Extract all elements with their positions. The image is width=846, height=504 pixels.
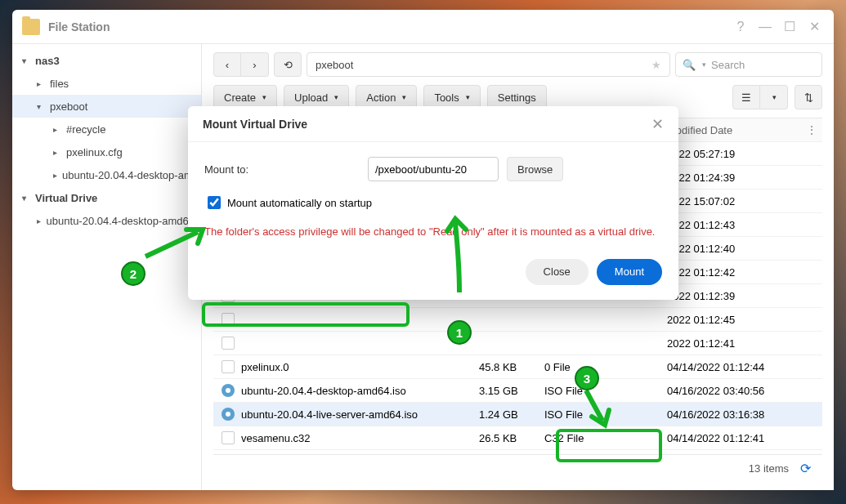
file-icon	[222, 360, 235, 373]
dialog-close-button[interactable]: Close	[526, 259, 589, 285]
tree-item[interactable]: ▾nas3	[12, 49, 201, 72]
help-icon[interactable]: ?	[731, 17, 750, 37]
file-name: ubuntu-20.04.4-desktop-amd64.iso	[241, 385, 406, 397]
view-dropdown-icon[interactable]: ▾	[760, 85, 788, 109]
file-date: 04/14/2022 01:12:41	[667, 432, 822, 444]
file-icon	[222, 313, 235, 326]
annotation-arrow-1	[419, 215, 476, 313]
file-date: 04/14/2022 01:12:44	[667, 361, 822, 373]
window-title: File Station	[48, 20, 110, 33]
dialog-close-icon[interactable]: ✕	[651, 115, 664, 133]
annotation-arrow-3	[570, 384, 619, 433]
maximize-icon[interactable]: ☐	[780, 17, 799, 37]
table-row[interactable]: ubuntu-20.04.4-desktop-amd64.iso3.15 GBI…	[213, 379, 822, 403]
expand-icon[interactable]: ▸	[37, 216, 42, 225]
mount-to-input[interactable]	[368, 157, 499, 181]
browse-button[interactable]: Browse	[507, 157, 563, 181]
file-date: 04/16/2022 03:16:38	[667, 408, 822, 421]
file-date: 2022 01:12:43	[667, 219, 822, 231]
favorite-star-icon[interactable]: ★	[651, 59, 661, 71]
search-input[interactable]: 🔍 ▾ Search	[675, 52, 822, 77]
reload-icon[interactable]: ⟳	[800, 461, 811, 476]
expand-icon[interactable]: ▸	[53, 148, 61, 157]
tree-item[interactable]: ▸pxelinux.cfg	[12, 140, 201, 163]
expand-icon[interactable]: ▸	[37, 79, 45, 88]
app-folder-icon	[22, 19, 40, 35]
th-date[interactable]: Modified Date	[667, 124, 822, 136]
expand-icon[interactable]: ▾	[22, 56, 30, 65]
nav-row: ‹ › ⟲ pxeboot ★ 🔍 ▾ Search	[213, 52, 822, 77]
nav-back-forward: ‹ ›	[213, 52, 269, 77]
auto-mount-label: Mount automatically on startup	[227, 197, 372, 209]
table-row[interactable]: ubuntu-20.04.4-live-server-amd64.iso1.24…	[213, 403, 822, 426]
annotation-arrow-2	[139, 225, 213, 268]
expand-icon[interactable]: ▾	[37, 102, 45, 111]
file-type: C32 File	[544, 432, 667, 444]
columns-more-icon[interactable]: ⋮	[806, 123, 817, 136]
search-dropdown-caret[interactable]: ▾	[702, 60, 706, 69]
auto-mount-row[interactable]: Mount automatically on startup	[204, 193, 662, 212]
forward-button[interactable]: ›	[241, 52, 269, 77]
file-date: 2022 15:07:02	[667, 195, 822, 207]
breadcrumb[interactable]: pxeboot ★	[307, 52, 670, 77]
dialog-mount-button[interactable]: Mount	[597, 259, 662, 285]
tree-item-label: files	[50, 78, 69, 90]
tree-item-label: Virtual Drive	[35, 192, 97, 204]
table-row[interactable]: 2022 01:12:45	[213, 308, 822, 332]
file-date: 2022 01:24:39	[667, 172, 822, 184]
item-count: 13 items	[749, 462, 789, 475]
minimize-icon[interactable]: —	[755, 17, 775, 37]
tree-item-label: #recycle	[66, 123, 105, 136]
dialog-header: Mount Virtual Drive ✕	[188, 106, 678, 142]
expand-icon[interactable]: ▾	[22, 194, 30, 203]
tree-item[interactable]: ▸#recycle	[12, 118, 201, 140]
list-view-icon[interactable]: ☰	[732, 85, 760, 109]
file-type: 0 File	[544, 361, 667, 373]
expand-icon[interactable]: ▸	[53, 125, 61, 134]
annotation-number-2: 2	[121, 261, 145, 286]
sort-button[interactable]: ⇅	[795, 85, 822, 109]
file-date: 2022 01:12:40	[667, 243, 822, 255]
tree-item[interactable]: ▸ubuntu-20.04.4-desktop-amd64	[12, 163, 201, 186]
auto-mount-checkbox[interactable]	[208, 196, 221, 209]
file-name: vesamenu.c32	[241, 432, 311, 444]
disc-icon	[222, 384, 235, 397]
file-size: 26.5 KB	[479, 432, 544, 444]
table-row[interactable]: vesamenu.c3226.5 KBC32 File04/14/2022 01…	[213, 426, 822, 450]
file-date: 2022 05:27:19	[667, 148, 822, 160]
tree-item-label: pxeboot	[50, 100, 87, 113]
file-name: pxelinux.0	[241, 361, 289, 373]
titlebar: File Station ? — ☐ ✕	[12, 10, 834, 44]
dialog-title: Mount Virtual Drive	[203, 118, 307, 131]
file-date: 2022 01:12:41	[667, 337, 822, 350]
mount-to-row: Mount to: Browse	[204, 157, 662, 181]
file-icon	[222, 337, 235, 350]
tree-item-label: nas3	[35, 55, 60, 67]
tree-item-label: pxelinux.cfg	[66, 146, 123, 158]
file-name: ubuntu-20.04.4-live-server-amd64.iso	[241, 408, 418, 421]
file-date: 04/16/2022 03:40:56	[667, 385, 822, 397]
file-icon	[222, 431, 235, 444]
back-button[interactable]: ‹	[213, 52, 241, 77]
tree-item-label: ubuntu-20.04.4-desktop-amd64	[62, 169, 201, 181]
search-icon: 🔍	[683, 59, 696, 71]
annotation-number-1: 1	[447, 320, 472, 345]
expand-icon[interactable]: ▸	[53, 171, 57, 180]
annotation-number-3: 3	[575, 366, 599, 390]
file-size: 45.8 KB	[479, 361, 544, 373]
file-size: 3.15 GB	[479, 385, 544, 397]
file-date: 2022 01:12:39	[667, 290, 822, 302]
file-date: 2022 01:12:45	[667, 314, 822, 326]
refresh-button[interactable]: ⟲	[274, 52, 302, 77]
close-icon[interactable]: ✕	[804, 17, 824, 37]
table-row[interactable]: 2022 01:12:41	[213, 332, 822, 355]
file-date: 2022 01:12:42	[667, 266, 822, 279]
tree-item[interactable]: ▸files	[12, 72, 201, 95]
search-placeholder: Search	[711, 59, 745, 71]
mount-to-label: Mount to:	[204, 163, 368, 176]
statusbar: 13 items ⟳	[213, 454, 822, 482]
table-row[interactable]: pxelinux.045.8 KB0 File04/14/2022 01:12:…	[213, 355, 822, 379]
tree-item[interactable]: ▾pxeboot	[12, 95, 201, 118]
tree-item[interactable]: ▾Virtual Drive	[12, 186, 201, 209]
disc-icon	[222, 408, 235, 421]
